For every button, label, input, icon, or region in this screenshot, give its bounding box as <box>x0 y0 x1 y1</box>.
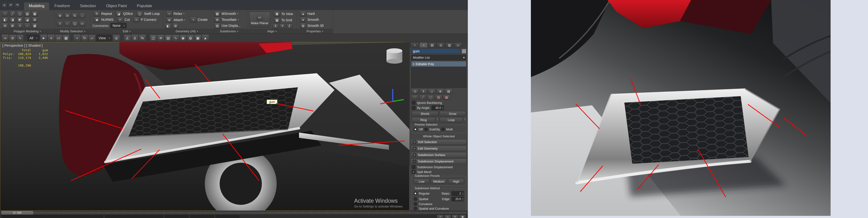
bind-icon[interactable]: ∿ <box>16 34 24 42</box>
swift-loop-button[interactable]: ◫Swift Loop <box>135 10 161 17</box>
element-icon[interactable]: ▩ <box>32 11 38 16</box>
unlink-icon[interactable]: ⊘ <box>9 34 16 42</box>
show-end-result-icon[interactable]: ‖ <box>420 88 427 94</box>
selection-filter-combo[interactable]: All▾ <box>27 35 39 41</box>
orbit-icon[interactable]: ↻ <box>452 215 459 218</box>
tab-freeform[interactable]: Freeform <box>50 2 75 10</box>
coord-system-combo[interactable]: View▾ <box>96 35 112 41</box>
tool5-icon[interactable]: ⊞ <box>32 17 38 23</box>
time-slider-handle[interactable]: 0 / 100 <box>1 211 33 214</box>
sel4-icon[interactable]: ↕ <box>79 13 85 19</box>
hard-button[interactable]: ▲Hard <box>299 10 316 17</box>
rotate-icon[interactable]: ↻ <box>81 34 88 42</box>
viewport-label[interactable]: [ Perspective ] [ Shaded ] <box>2 43 43 47</box>
tool1-icon[interactable]: ◧ <box>2 17 8 23</box>
tool9-icon[interactable]: ○ <box>24 23 30 29</box>
align-y-button[interactable]: Y <box>280 24 285 29</box>
cut-button[interactable]: ✂Cut <box>116 16 131 23</box>
tool7-icon[interactable]: ⊠ <box>9 23 16 29</box>
by-angle-field[interactable]: 45.0▴▾ <box>432 106 444 110</box>
object-name-field[interactable]: gum <box>411 48 460 54</box>
relax-button[interactable]: ≈Relax▾ <box>165 10 187 17</box>
polygon-icon[interactable]: ▧ <box>435 95 442 100</box>
make-planar-button[interactable]: ▭Make Planar <box>249 12 270 28</box>
material-editor-icon[interactable]: ◉ <box>179 34 187 42</box>
remove-modifier-icon[interactable]: ⊗ <box>436 88 444 94</box>
make-unique-icon[interactable]: ◇ <box>428 88 436 94</box>
crossing-icon[interactable]: ▦ <box>62 34 70 42</box>
ignore-backfacing-checkbox[interactable] <box>412 101 415 105</box>
tool5-icon[interactable]: ⊞ <box>173 23 179 29</box>
tessellate-button[interactable]: ⊞Tessellate▾ <box>213 16 240 23</box>
scale-icon[interactable]: ▱ <box>88 34 96 42</box>
time-slider[interactable]: 0 / 100 <box>0 211 468 215</box>
section-label-subdivision[interactable]: Subdivision▾ <box>211 29 247 34</box>
section-label-geometry-all[interactable]: Geometry (All)▾ <box>163 29 211 34</box>
tab-object-paint[interactable]: Object Paint <box>101 2 132 10</box>
use-displacement-button[interactable]: ▨Use Displa... <box>213 23 242 29</box>
layers-icon[interactable]: ▤ <box>164 34 172 42</box>
method-spatial-curvature-radio[interactable] <box>414 207 417 210</box>
qslice-button[interactable]: ◪QSlice <box>114 10 134 17</box>
rendered-frame-icon[interactable]: ▣ <box>194 34 202 42</box>
method-curvature-radio[interactable] <box>414 202 417 206</box>
preview-multi-radio[interactable] <box>441 128 445 131</box>
preset-high-button[interactable]: High <box>448 179 464 184</box>
edge-field[interactable]: 20.0▴▾ <box>452 197 464 201</box>
configure-icon[interactable]: ▤ <box>445 88 453 94</box>
vertex-icon[interactable]: ∵ <box>2 11 8 16</box>
preset-medium-button[interactable]: Medium <box>431 179 447 184</box>
nurms-button[interactable]: ◉NURMS <box>93 16 115 23</box>
visibility-bulb-icon[interactable]: ● <box>413 63 414 65</box>
menu-icon[interactable]: ≡ <box>1 2 7 8</box>
by-angle-checkbox[interactable] <box>412 106 415 110</box>
modifier-list-dropdown[interactable]: Modifier List▾ <box>411 55 466 60</box>
subdivision-displacement-checkbox[interactable] <box>412 165 415 169</box>
to-view-button[interactable]: ▣To View <box>273 11 294 17</box>
mirror-icon[interactable]: ◫ <box>150 34 157 42</box>
tool8-icon[interactable]: ◊ <box>17 23 23 29</box>
steps-field[interactable]: 2▴▾ <box>452 191 464 196</box>
zoom-icon[interactable]: + <box>437 215 443 218</box>
region-icon[interactable]: ▭ <box>55 34 62 42</box>
section-label-polygon-modeling[interactable]: Polygon Modeling▾ <box>0 29 55 34</box>
attach-button[interactable]: ⊕Attach▾ <box>165 17 187 23</box>
tab-modeling[interactable]: Modeling <box>24 2 49 10</box>
sel3-icon[interactable]: ↻ <box>72 13 78 19</box>
shrink-button[interactable]: Shrink <box>412 111 438 116</box>
tool4-icon[interactable]: ◪ <box>24 17 30 23</box>
rollout-subdivision-displacement[interactable]: −Subdivision Displacement <box>411 159 467 164</box>
element-icon[interactable]: ▩ <box>443 95 450 100</box>
tool6-icon[interactable]: ⊟ <box>2 23 8 29</box>
rollout-edit-geometry[interactable]: +Edit Geometry <box>411 146 467 151</box>
preview-off-radio[interactable] <box>414 128 417 131</box>
curve-editor-icon[interactable]: ∿ <box>172 34 179 42</box>
ring-spinner[interactable]: ▴▾ <box>436 117 438 122</box>
preset-low-button[interactable]: Low <box>414 179 429 184</box>
smooth-button[interactable]: ●Smooth <box>299 16 320 23</box>
render-setup-icon[interactable]: ◍ <box>187 34 194 42</box>
align-x-button[interactable]: X <box>273 24 278 29</box>
coordinate-z-field[interactable] <box>216 215 239 218</box>
polygon-icon[interactable]: ▧ <box>24 11 30 16</box>
undo-icon[interactable]: ↶ <box>8 2 14 8</box>
stack-item-editable-poly[interactable]: ● Editable Poly <box>411 61 466 67</box>
coordinate-x-field[interactable] <box>165 215 188 218</box>
select-icon[interactable]: ► <box>40 34 48 41</box>
select-by-name-icon[interactable]: ≡ <box>48 34 55 41</box>
loop-spinner[interactable]: ▴▾ <box>464 117 466 122</box>
link-icon[interactable]: ∞ <box>1 34 9 41</box>
method-spatial-radio[interactable] <box>414 197 417 201</box>
render-icon[interactable]: ▲ <box>202 34 209 41</box>
border-icon[interactable]: ▢ <box>427 95 434 100</box>
sel2-icon[interactable]: ⊖ <box>64 13 70 19</box>
preview-subobj-radio[interactable] <box>424 128 428 131</box>
create-button[interactable]: +Create <box>189 16 209 23</box>
loop-button[interactable]: Loop <box>439 117 463 122</box>
msmooth-button[interactable]: ▦MSmooth▾ <box>213 10 239 17</box>
move-icon[interactable]: + <box>73 34 81 41</box>
pivot-icon[interactable]: ◎ <box>113 34 120 42</box>
spinner-icon[interactable]: ▴▾ <box>442 106 444 110</box>
snap-3d-icon[interactable]: ∠ <box>124 34 131 42</box>
ring-button[interactable]: Ring <box>412 117 435 122</box>
